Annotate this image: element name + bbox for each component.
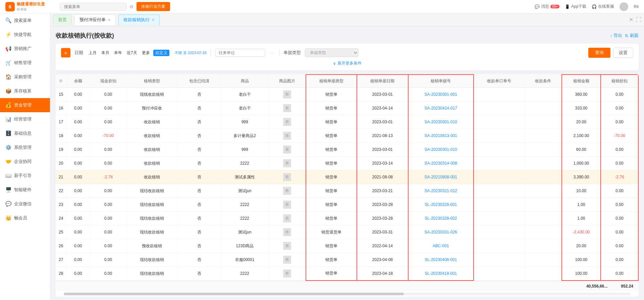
scroll-bar[interactable] <box>64 293 631 295</box>
sales-icon: 🛒 <box>5 60 11 66</box>
settings-icon[interactable]: ⚙ <box>129 4 134 9</box>
cell-writeoff-voucher-type: 销货单 <box>306 143 357 157</box>
close-tab-btn[interactable]: ✕ <box>629 16 633 23</box>
writeoff-no-link[interactable]: SA-20230314-008 <box>425 161 457 166</box>
filter-expand-btn[interactable]: » <box>61 48 70 57</box>
sidebar-item-sales[interactable]: 🛒销售管理 <box>0 56 50 70</box>
cell-writeoff-type: 现结收款核销 <box>127 212 177 225</box>
writeoff-no-link[interactable]: SA-20210813-001 <box>425 133 457 138</box>
cell-goods-image: 图 <box>269 212 306 225</box>
cell-goods: 2222 <box>221 157 269 170</box>
sidebar-item-wechat[interactable]: 💬企业微信 <box>0 197 50 211</box>
sidebar-item-purchase[interactable]: 🏠采购管理 <box>0 70 50 84</box>
maximize-btn[interactable]: ⛶ <box>636 17 641 23</box>
sidebar-item-quick-nav[interactable]: ⚡快捷导航 <box>0 28 50 42</box>
cell-cash-discount: 0.00 <box>90 239 126 253</box>
cell-writeoff-date: 2023-04-18 <box>357 267 408 281</box>
cell-writeoff-voucher-type: 销货单 <box>306 239 357 253</box>
date-opt-this-month[interactable]: 本月 <box>100 49 111 56</box>
cell-balance: 0.00 <box>66 239 90 253</box>
settings-btn[interactable]: 设置 <box>613 48 633 58</box>
date-opt-this-year[interactable]: 本年 <box>113 49 123 56</box>
tab-close-collection[interactable]: ✕ <box>152 18 155 22</box>
writeoff-no-link[interactable]: SA-20230301-001 <box>425 92 457 97</box>
sidebar-item-beginner[interactable]: 📖新手引导 <box>0 169 50 183</box>
writeoff-no-link[interactable]: SA-20230414-017 <box>425 106 457 111</box>
writeoff-no-link[interactable]: SA-20230301-010 <box>425 147 457 152</box>
cell-collection-terms <box>525 225 562 239</box>
sidebar-item-smart-hw[interactable]: 🖥️智能硬件 <box>0 183 50 197</box>
export-btn[interactable]: ↑ 导出 <box>610 33 623 39</box>
cell-writeoff-amount: 100.00 <box>562 267 601 281</box>
top-bar: 6 畅捷通谱好生意 标准版 ⚙ 休验行业方案 💬 消息 99+ 📱 App下载 … <box>0 0 644 13</box>
top-search-input[interactable] <box>64 4 118 9</box>
sidebar-item-search[interactable]: 🔍搜索菜单 <box>0 13 50 28</box>
industry-btn[interactable]: 休验行业方案 <box>137 2 170 11</box>
writeoff-no-link[interactable]: SA-20230331-026 <box>425 230 457 234</box>
writeoff-no-link[interactable]: SL-20230408-001 <box>425 257 457 262</box>
app-download-btn[interactable]: 📱 App下载 <box>565 4 586 9</box>
date-opt-7days[interactable]: 近7天 <box>125 49 139 56</box>
tab-close-prepaid[interactable]: ✕ <box>108 18 111 22</box>
filter-separator-2 <box>279 49 279 56</box>
cell-writeoff-discount: 0.00 <box>601 212 638 225</box>
refresh-btn[interactable]: ↻ 刷新 <box>625 33 639 39</box>
cell-writeoff-date: 2023-03-28 <box>357 212 408 225</box>
tab-label-home: 首页 <box>58 17 67 23</box>
cell-seq: 18 <box>56 129 66 143</box>
cell-writeoff-type: 现结收款核销 <box>127 253 177 267</box>
online-service-btn[interactable]: 🎧 在线客服 <box>592 4 614 9</box>
date-opt-last-month[interactable]: 上月 <box>87 49 98 56</box>
tab-home[interactable]: 首页 <box>53 14 72 25</box>
cell-writeoff-amount: 1.00 <box>562 198 601 212</box>
sidebar-item-basic[interactable]: 🗄️基础信息 <box>0 126 50 140</box>
writeoff-no-link[interactable]: SL-20230328-001 <box>425 202 457 207</box>
cell-writeoff-amount: 2,100.00 <box>562 129 601 143</box>
sidebar-item-marketing[interactable]: 📢营销推广 <box>0 42 50 56</box>
query-btn[interactable]: 查询 <box>588 48 610 58</box>
col-settings[interactable]: ⚙ <box>56 75 66 88</box>
tab-prepaid[interactable]: 预付冲应付单✕ <box>74 14 116 25</box>
beginner-icon: 📖 <box>5 173 11 179</box>
sidebar-item-system[interactable]: ⚙️系统管理 <box>0 140 50 155</box>
cell-writeoff-type: 收款核销 <box>127 157 177 170</box>
sidebar-item-enterprise[interactable]: 🤝企业协同 <box>0 155 50 169</box>
cell-collection-terms <box>525 212 562 225</box>
col-goods: 商品 <box>221 75 269 88</box>
cell-writeoff-no: SA-20230301-010 <box>408 115 474 129</box>
cell-seq: 28 <box>56 267 66 281</box>
cell-writeoff-type: 收款核销 <box>127 115 177 129</box>
writeoff-no-link[interactable]: SA-20210808-001 <box>425 175 457 179</box>
sidebar: 🔍搜索菜单⚡快捷导航📢营销推广🛒销售管理🏠采购管理📦库存核算💰资金管理📊经营管理… <box>0 13 50 300</box>
sidebar-item-inventory[interactable]: 📦库存核算 <box>0 84 50 98</box>
sidebar-item-operations[interactable]: 📊经营管理 <box>0 112 50 126</box>
writeoff-no-link[interactable]: SL-20230328-002 <box>425 216 457 221</box>
date-opt-custom[interactable]: 自定义 <box>153 50 169 56</box>
cell-cash-discount: 0.00 <box>90 225 126 239</box>
cell-goods-image: 图 <box>269 143 306 157</box>
messages-btn[interactable]: 💬 消息 99+ <box>535 4 559 9</box>
date-opt-more[interactable]: 更多 <box>141 49 151 56</box>
cell-seq: 15 <box>56 88 66 101</box>
avatar[interactable] <box>620 2 628 11</box>
cell-balance: 0.00 <box>66 157 90 170</box>
writeoff-no-link[interactable]: SL-20230418-001 <box>425 271 457 276</box>
sidebar-label-wechat: 企业微信 <box>14 201 32 207</box>
col-include-cleared: 包含已结清 <box>177 75 221 88</box>
filter-area: » 日期 上月 本月 本年 近7天 更多 自定义 不限 至 2023-07-26… <box>56 44 639 70</box>
writeoff-no-link[interactable]: ABC-001 <box>433 244 449 248</box>
writeoff-no-link[interactable]: SA-20230301-010 <box>425 120 457 124</box>
voucher-type-select[interactable]: 单据类型 <box>305 48 359 57</box>
logo-text: 畅捷通谱好生意 标准版 <box>17 1 45 12</box>
counterpart-input[interactable] <box>215 49 265 57</box>
expand-more-btn[interactable]: ∨ 展开更多条件 <box>333 60 362 66</box>
sidebar-item-member[interactable]: 👑畅会员 <box>0 211 50 225</box>
logo-area: 6 畅捷通谱好生意 标准版 <box>5 1 56 12</box>
cell-goods-image: 图 <box>269 129 306 143</box>
cell-writeoff-amount: 10.00 <box>562 184 601 198</box>
table-row: 16 0.00 0.00 预付冲应收 否 老白干 图 销货单 2023-04-1… <box>56 101 638 115</box>
tab-collection[interactable]: 收款核销执行✕ <box>118 14 160 25</box>
sidebar-item-finance[interactable]: 💰资金管理 <box>0 98 50 112</box>
writeoff-no-link[interactable]: SA-20230321-012 <box>425 188 457 193</box>
table-row: 19 0.00 0.00 收款核销 否 999 图 销货单 2023-03-01… <box>56 143 638 157</box>
